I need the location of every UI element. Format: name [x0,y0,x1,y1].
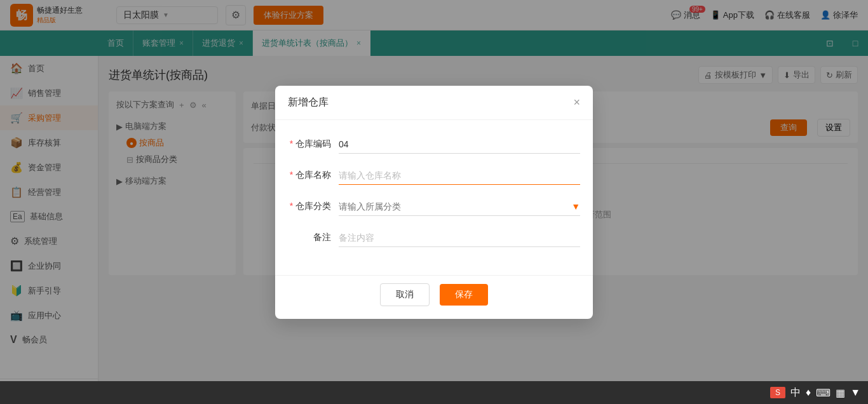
dialog-close-button[interactable]: × [573,96,580,109]
code-input[interactable] [339,135,580,154]
status-bar: S 中 ♦ ⌨ ▦ ▼ [0,381,868,404]
form-row-remark: 备注 [288,229,580,247]
add-warehouse-dialog: 新增仓库 × * 仓库编码 * 仓库名称 [275,86,593,319]
category-input[interactable] [339,198,571,215]
dialog-footer: 取消 保存 [275,275,593,319]
status-s-icon[interactable]: S [770,387,785,398]
code-required-mark: * [290,138,293,149]
status-dot-icon[interactable]: ♦ [806,387,811,398]
status-grid-icon[interactable]: ▦ [836,387,845,399]
category-dropdown-icon[interactable]: ▼ [571,201,580,212]
remark-label: 备注 [288,232,339,243]
status-arrow-icon[interactable]: ▼ [850,387,860,398]
name-label: * 仓库名称 [288,170,339,181]
save-button[interactable]: 保存 [440,284,488,306]
dialog-title: 新增仓库 [288,96,329,109]
status-keyboard-icon[interactable]: ⌨ [816,387,831,399]
code-label: * 仓库编码 [288,138,339,150]
form-row-category: * 仓库分类 ▼ [288,198,580,216]
name-input[interactable] [339,166,580,185]
category-select-wrap: ▼ [339,198,580,216]
dialog-overlay: 新增仓库 × * 仓库编码 * 仓库名称 [0,0,868,404]
cancel-button[interactable]: 取消 [380,283,430,306]
remark-input[interactable] [339,229,580,247]
remark-label-text: 备注 [313,232,331,242]
dialog-body: * 仓库编码 * 仓库名称 * 仓库分类 [275,120,593,275]
code-label-text: 仓库编码 [295,138,331,149]
dialog-header: 新增仓库 × [275,86,593,120]
category-label: * 仓库分类 [288,201,339,212]
status-zh-icon[interactable]: 中 [790,386,801,400]
category-required-mark: * [290,201,293,211]
form-row-code: * 仓库编码 [288,135,580,154]
category-label-text: 仓库分类 [295,201,331,211]
name-required-mark: * [290,170,293,180]
form-row-name: * 仓库名称 [288,166,580,185]
name-label-text: 仓库名称 [295,170,331,180]
